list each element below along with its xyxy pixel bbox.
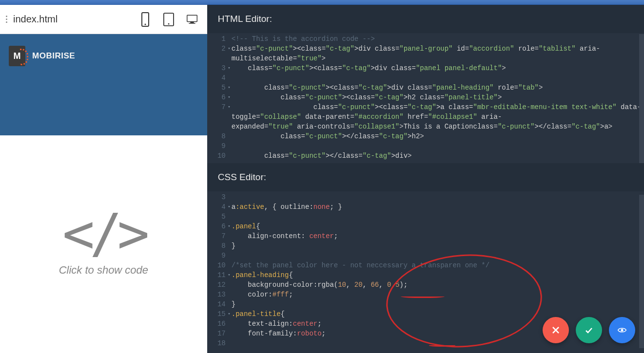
preview-topbar: index.html xyxy=(0,5,207,34)
brand-logo-icon xyxy=(9,46,25,66)
main-area: index.html MOBIRISE < xyxy=(0,5,644,353)
window-titlebar xyxy=(0,0,644,5)
editors-pane: HTML Editor: 12 34567 8910 <!-- This is … xyxy=(207,5,644,353)
svg-point-1 xyxy=(144,23,146,25)
tablet-icon[interactable] xyxy=(163,12,174,27)
confirm-button[interactable] xyxy=(576,317,602,343)
svg-rect-4 xyxy=(187,15,197,21)
mobile-icon[interactable] xyxy=(140,12,151,27)
svg-rect-6 xyxy=(189,23,195,23)
html-code-lines[interactable]: <!-- This is the accordion code -->class… xyxy=(229,33,644,163)
html-scrollbar[interactable] xyxy=(639,34,644,163)
html-editor-block: HTML Editor: 12 34567 8910 <!-- This is … xyxy=(207,5,644,163)
css-scrollbar[interactable] xyxy=(639,195,644,348)
brand-name: MOBIRISE xyxy=(32,51,75,61)
close-icon xyxy=(551,325,561,335)
html-gutter: 12 34567 8910 xyxy=(207,33,229,163)
svg-rect-5 xyxy=(190,21,194,23)
eye-icon xyxy=(617,325,627,335)
preview-placeholder[interactable]: </> Click to show code xyxy=(0,135,207,353)
svg-point-3 xyxy=(168,23,169,24)
cancel-button[interactable] xyxy=(543,317,569,343)
html-editor-title: HTML Editor: xyxy=(207,5,644,33)
css-editor-title: CSS Editor: xyxy=(207,163,644,191)
preview-button[interactable] xyxy=(609,317,635,343)
css-gutter: 3456789101112131415161718 xyxy=(207,191,229,353)
filename-label: index.html xyxy=(13,14,136,25)
action-buttons xyxy=(543,317,635,343)
preview-pane: index.html MOBIRISE < xyxy=(0,5,207,353)
check-icon xyxy=(584,325,594,335)
svg-point-7 xyxy=(621,329,624,332)
desktop-icon[interactable] xyxy=(187,12,197,27)
menu-dots-icon[interactable] xyxy=(4,14,9,25)
html-code-area[interactable]: 12 34567 8910 <!-- This is the accordion… xyxy=(207,33,644,163)
preview-site-header: MOBIRISE xyxy=(0,34,207,135)
device-toggle-group xyxy=(140,12,203,27)
preview-body: MOBIRISE </> Click to show code xyxy=(0,34,207,353)
code-glyph-icon: </> xyxy=(62,212,145,255)
placeholder-text: Click to show code xyxy=(59,264,148,277)
brand: MOBIRISE xyxy=(0,34,84,78)
